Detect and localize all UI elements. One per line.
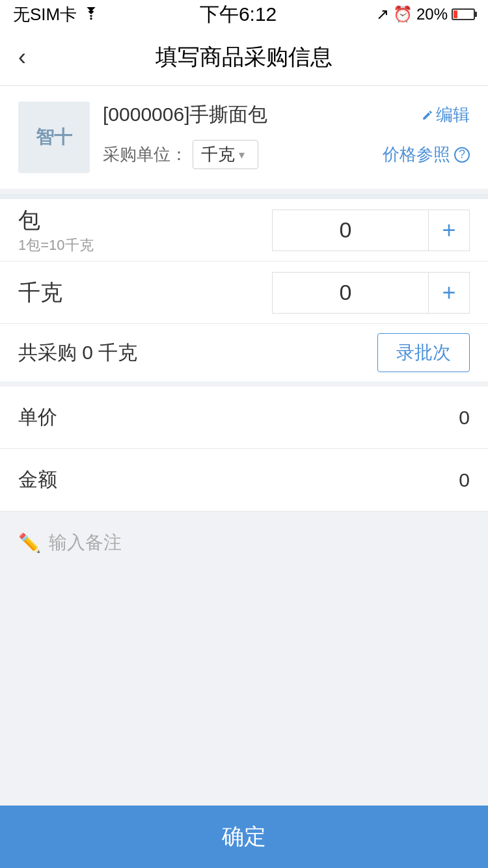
- status-bar: 无SIM卡 下午6:12 ↗ ⏰ 20%: [0, 0, 488, 29]
- edit-button[interactable]: 编辑: [422, 103, 470, 126]
- bag-plus-button[interactable]: +: [428, 210, 470, 251]
- remark-section[interactable]: ✏️ 输入备注: [0, 511, 488, 574]
- total-summary-text: 共采购 0 千克: [18, 340, 137, 366]
- amount-label: 金额: [18, 467, 57, 493]
- pencil-icon: ✏️: [18, 532, 41, 554]
- unit-select[interactable]: 千克 ▾: [193, 140, 258, 169]
- product-name: [0000006]手撕面包: [103, 102, 267, 128]
- carrier-label: 无SIM卡: [13, 3, 77, 26]
- kg-input-control: +: [70, 272, 470, 314]
- main-content: 智十 [0000006]手撕面包 编辑 采购单位： 千克: [0, 86, 488, 832]
- product-title: 手撕面包: [189, 103, 267, 125]
- wifi-icon: [82, 5, 100, 25]
- back-button[interactable]: ‹: [18, 44, 26, 71]
- help-icon: ?: [454, 147, 470, 163]
- bag-sub-label: 1包=10千克: [18, 236, 94, 255]
- kg-quantity-input[interactable]: [272, 272, 428, 314]
- nav-bar: ‹ 填写商品采购信息: [0, 29, 488, 86]
- battery-percent: 20%: [416, 5, 448, 23]
- product-logo: 智十: [36, 125, 72, 150]
- input-section: 包 1包=10千克 + 千克 +: [0, 199, 488, 324]
- summary-row: 共采购 0 千克 录批次: [0, 324, 488, 387]
- svg-point-0: [90, 18, 92, 20]
- kg-label: 千克: [18, 278, 70, 308]
- confirm-button[interactable]: 确定: [0, 806, 488, 868]
- unit-label: 采购单位：: [103, 143, 187, 166]
- unit-value: 千克: [201, 143, 235, 166]
- bag-input-control: +: [94, 210, 470, 251]
- page-title: 填写商品采购信息: [156, 42, 332, 72]
- price-ref-button[interactable]: 价格参照 ?: [383, 143, 470, 166]
- battery-icon: [452, 8, 475, 20]
- bag-input-row: 包 1包=10千克 +: [0, 199, 488, 262]
- status-right: ↗ ⏰ 20%: [376, 5, 475, 23]
- unit-price-value: 0: [459, 407, 470, 429]
- amount-value: 0: [459, 469, 470, 491]
- kg-plus-button[interactable]: +: [428, 272, 470, 314]
- info-section: 单价 0 金额 0: [0, 387, 488, 511]
- bag-label: 包 1包=10千克: [18, 206, 94, 255]
- product-info: [0000006]手撕面包 编辑 采购单位： 千克 ▾: [103, 102, 470, 169]
- divider-1: [0, 194, 488, 199]
- location-icon: ↗: [376, 5, 389, 23]
- remark-placeholder: 输入备注: [49, 530, 122, 555]
- product-name-row: [0000006]手撕面包 编辑: [103, 102, 470, 128]
- bag-main-label: 包: [18, 206, 94, 236]
- status-time: 下午6:12: [200, 1, 277, 28]
- product-thumbnail: 智十: [18, 102, 90, 173]
- amount-row: 金额 0: [0, 449, 488, 511]
- battery-fill: [454, 10, 457, 18]
- alarm-icon: ⏰: [393, 5, 413, 23]
- kg-input-row: 千克 +: [0, 262, 488, 324]
- product-card: 智十 [0000006]手撕面包 编辑 采购单位： 千克: [0, 86, 488, 194]
- unit-price-label: 单价: [18, 404, 57, 431]
- kg-main-label: 千克: [18, 278, 70, 308]
- unit-row: 采购单位： 千克 ▾ 价格参照 ?: [103, 140, 470, 169]
- dropdown-arrow-icon: ▾: [239, 148, 245, 162]
- content-spacer: [0, 574, 488, 769]
- status-left: 无SIM卡: [13, 3, 100, 26]
- edit-icon: [422, 109, 433, 121]
- product-id: [0000006]: [103, 103, 189, 125]
- batch-button[interactable]: 录批次: [377, 333, 470, 372]
- bag-quantity-input[interactable]: [272, 210, 428, 251]
- unit-price-row: 单价 0: [0, 387, 488, 449]
